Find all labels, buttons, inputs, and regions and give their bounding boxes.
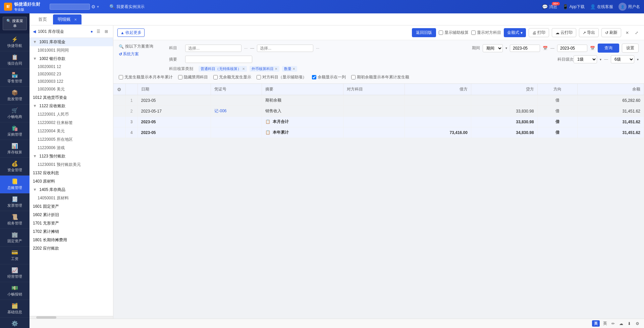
tree-item-1403[interactable]: 1403 原材料: [30, 177, 113, 186]
tab-close-icon[interactable]: ✕: [74, 18, 77, 21]
sidebar-item-quick-nav[interactable]: ⚡ 快捷导航: [0, 34, 30, 51]
calendar-from-icon[interactable]: 📅: [543, 46, 548, 51]
query-btn[interactable]: 查询: [598, 44, 619, 53]
left-nav-forward[interactable]: ●: [91, 29, 93, 34]
tree-item-2202[interactable]: 2202 应付账款: [30, 244, 113, 253]
tree-item-10010001[interactable]: 10010001 同同同: [30, 46, 113, 55]
sidebar-item-ledger[interactable]: 📒 总账管理: [0, 176, 30, 193]
refresh-btn[interactable]: ↺ 刷新: [601, 28, 621, 37]
online-service-btn[interactable]: 👤 在线客服: [590, 4, 613, 10]
sidebar-item-invoice[interactable]: 🧾 发票管理: [0, 193, 30, 211]
sidebar-item-system[interactable]: ⚙️ 系统管理: [0, 318, 30, 328]
row2-voucher[interactable]: 记-006: [211, 106, 262, 117]
level-to-select[interactable]: 6级: [611, 55, 634, 63]
message-btn[interactable]: 💬 消息 99+: [542, 4, 557, 10]
list-view-icon[interactable]: ☰: [95, 28, 102, 35]
show-opposite-checkbox[interactable]: 显示对方科目: [471, 30, 501, 36]
level-from-select[interactable]: 1级 2级 3级: [574, 55, 597, 63]
tree-item-10020002[interactable]: 10020002 23: [30, 70, 113, 78]
sidebar-item-fixed[interactable]: 🏢 固定资产: [0, 229, 30, 247]
calendar-to-icon[interactable]: 📅: [590, 46, 595, 51]
cloud-print-btn[interactable]: ☁ 云打印: [552, 28, 576, 37]
checkbox-hide-disabled[interactable]: 隐藏禁用科目: [178, 74, 208, 80]
beginning-input[interactable]: [351, 75, 356, 79]
print-btn[interactable]: 🖨 打印: [529, 28, 549, 37]
demo-link[interactable]: 🔍 我要看实例演示: [109, 4, 145, 10]
balance-col-input[interactable]: [312, 75, 316, 79]
settings-col-icon[interactable]: ⚙: [117, 87, 121, 92]
export-btn[interactable]: ↗ 导出: [579, 28, 599, 37]
sidebar-item-project[interactable]: 📋 项目合同: [0, 51, 30, 69]
checkbox-beginning[interactable]: 期初余额显示本年累计发生额: [351, 74, 409, 80]
tree-item-11230001[interactable]: 11230001 预付账款美元: [30, 160, 113, 169]
tree-item-1702[interactable]: 1702 累计摊销: [30, 227, 113, 236]
opposite-input[interactable]: [257, 75, 261, 79]
tree-item-11220006[interactable]: 11220006 游戏: [30, 144, 113, 152]
top-search-input[interactable]: [50, 4, 90, 10]
sidebar-item-wholesale[interactable]: 📦 批发管理: [0, 87, 30, 105]
period-to-input[interactable]: [557, 45, 587, 52]
sidebar-item-tax[interactable]: 📜 税务管理: [0, 211, 30, 229]
tab-home[interactable]: 首页: [34, 14, 52, 24]
tree-item-1701[interactable]: 1701 无形资产: [30, 219, 113, 227]
tree-item-10020003[interactable]: 10020003 122: [30, 78, 113, 85]
show-aux-checkbox[interactable]: 显示辅助核算: [439, 30, 469, 36]
show-aux-input[interactable]: [439, 30, 443, 35]
app-download-btn[interactable]: 📱 App下载: [562, 4, 585, 10]
tree-item-1602[interactable]: 1602 累计折旧: [30, 211, 113, 219]
tree-item-11220002[interactable]: 11220002 往来标签: [30, 119, 113, 127]
hide-disabled-input[interactable]: [178, 75, 182, 79]
no-balance-input[interactable]: [213, 75, 218, 79]
tree-item-1002[interactable]: ▼ 1002 银行存款: [30, 55, 113, 63]
no-occur-input[interactable]: [119, 75, 123, 79]
tree-item-1132[interactable]: 1132 应收利息: [30, 169, 113, 177]
tree-item-1601[interactable]: 1601 固定资产: [30, 202, 113, 211]
tree-item-1012[interactable]: 1012 其他货币资金: [30, 93, 113, 102]
expand-tree-icon[interactable]: ⊞: [103, 28, 110, 35]
tab-detail[interactable]: 明细账 ✕: [53, 14, 82, 24]
translate-icon[interactable]: 英: [602, 321, 608, 326]
close-panel-btn[interactable]: ✕: [624, 29, 631, 36]
tag1-close-icon[interactable]: ✕: [242, 67, 245, 71]
show-opposite-input[interactable]: [471, 30, 476, 35]
sidebar-item-salary[interactable]: 💳 工资: [0, 247, 30, 264]
sidebar-item-finance[interactable]: 💰 资金管理: [0, 158, 30, 176]
lang-switch-btn[interactable]: 英: [592, 320, 600, 327]
tree-item-1122[interactable]: ▼ 1122 应收账款: [30, 102, 113, 110]
download-icon[interactable]: ⬇: [627, 321, 632, 326]
checkbox-balance-col[interactable]: 余额显示在一列: [312, 74, 346, 80]
settings-icon[interactable]: ⚙: [91, 4, 96, 9]
checkbox-no-balance[interactable]: 无余额无发生显示: [213, 74, 251, 80]
tree-item-1001[interactable]: ▼ 1001 库存现金: [30, 38, 113, 46]
kemu-start-input[interactable]: [185, 45, 241, 52]
collect-more-btn[interactable]: ▲ 收起更多: [117, 28, 145, 37]
sidebar-item-ecommerce[interactable]: 🛒 小畅电商: [0, 105, 30, 122]
tree-item-1123[interactable]: ▼ 1123 预付账款: [30, 152, 113, 160]
amount-format-btn[interactable]: 金额式 ▾: [504, 28, 526, 37]
sidebar-item-purchase[interactable]: 🛍️ 采购管理: [0, 122, 30, 140]
user-area[interactable]: 👤 用户名: [619, 3, 640, 11]
expand-panel-btn[interactable]: ⤢: [633, 29, 640, 36]
gear-icon[interactable]: ⚙: [635, 321, 640, 326]
tree-item-10020001[interactable]: 10020001 12: [30, 63, 113, 70]
setting-btn[interactable]: 设置: [622, 44, 639, 53]
tree-item-14050001[interactable]: 14050001 原材料: [30, 194, 113, 202]
cloud-icon[interactable]: ☁: [619, 321, 624, 326]
summary-input[interactable]: [185, 56, 252, 63]
sidebar-item-inventory[interactable]: 📊 库存核算: [0, 140, 30, 158]
sidebar-item-retail[interactable]: 🏪 零售管理: [0, 69, 30, 87]
tree-item-11220005[interactable]: 11220005 所在地区: [30, 135, 113, 144]
sidebar-item-basic[interactable]: 🗂️ 基础信息: [0, 300, 30, 318]
kemu-end-input[interactable]: [257, 45, 313, 52]
back-old-btn[interactable]: 返回旧版: [412, 28, 436, 37]
tree-item-1405[interactable]: ▼ 1405 库存商品: [30, 186, 113, 194]
sidebar-item-report[interactable]: 💵 小畅报销: [0, 282, 30, 300]
tree-item-11220004[interactable]: 11220004 美元: [30, 127, 113, 135]
horizontal-scrollbar[interactable]: [30, 316, 113, 319]
checkbox-opposite[interactable]: 对方科目（显示辅助项）: [257, 74, 307, 80]
checkbox-no-occur[interactable]: 无发生额显示本月本年累计: [119, 74, 173, 80]
tree-item-1801[interactable]: 1801 长期待摊费用: [30, 236, 113, 244]
sidebar-item-business[interactable]: 📈 经营管理: [0, 264, 30, 282]
sidebar-search-btn[interactable]: 🔍 搜索菜单: [3, 17, 27, 30]
system-plan-btn[interactable]: ↺ 系统方案: [119, 51, 162, 57]
